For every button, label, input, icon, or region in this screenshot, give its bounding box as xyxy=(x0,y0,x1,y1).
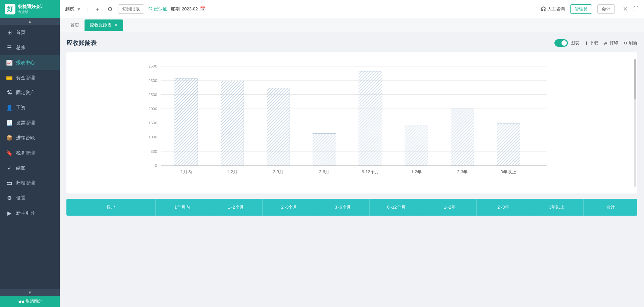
company-selector[interactable]: 测试 ▼ xyxy=(65,6,81,12)
nav-label-funds: 资金管理 xyxy=(16,75,35,81)
sidebar-item-ledger[interactable]: ☰ 总账 xyxy=(0,40,60,55)
settings-btn[interactable]: ⚙ xyxy=(106,4,114,14)
content-area: 应收账龄表 图表 ⬇ 下载 🖨 打印 ↻ 刷新 xyxy=(60,32,644,307)
bar-1-2month xyxy=(221,81,244,165)
svg-text:1000: 1000 xyxy=(149,135,157,139)
tab-home[interactable]: 首页 xyxy=(65,19,85,31)
th-1-2year: 1~2年 xyxy=(423,199,477,216)
period-text-label: 账期 xyxy=(171,6,180,12)
nav-label-closing: 结账 xyxy=(16,165,25,171)
print-btn[interactable]: 🖨 打印 xyxy=(604,40,618,46)
nav-label-invoice: 发票管理 xyxy=(16,120,35,126)
window-expand-btn[interactable]: ⛶ xyxy=(633,6,639,12)
chart-scrollbar-thumb[interactable] xyxy=(634,59,636,99)
sidebar-item-guide[interactable]: ▶ 新手引导 xyxy=(0,206,60,221)
nav-label-home: 首页 xyxy=(16,30,25,36)
help-btn[interactable]: 🎧 人工咨询 xyxy=(541,6,565,12)
download-btn[interactable]: ⬇ 下载 xyxy=(585,40,598,46)
sidebar-item-inventory[interactable]: 📦 进销台账 xyxy=(0,130,60,145)
nav-label-settings: 设置 xyxy=(16,195,25,201)
home-icon: ⊞ xyxy=(6,29,13,36)
role-btn[interactable]: 会计 xyxy=(597,4,615,14)
window-close-btn[interactable]: ✕ xyxy=(623,5,628,13)
svg-text:2500: 2500 xyxy=(149,92,157,97)
table-container: 客户 1个月内 1~2个月 2~3个月 3~6个月 6~12个月 1~2年 2~… xyxy=(66,199,637,216)
sidebar-item-funds[interactable]: 💳 资金管理 xyxy=(0,70,60,85)
svg-text:2-3年: 2-3年 xyxy=(457,170,468,174)
nav-label-guide: 新手引导 xyxy=(16,210,35,216)
print-label: 打印 xyxy=(609,40,618,46)
refresh-label: 刷新 xyxy=(629,40,637,46)
chart-container: 2500 2500 2500 2000 1500 1000 500 0 1月内 xyxy=(66,52,637,193)
chart-scrollbar[interactable] xyxy=(634,59,636,187)
svg-text:2-3月: 2-3月 xyxy=(273,170,283,174)
sidebar-scroll-down[interactable]: ▼ xyxy=(0,289,60,296)
sidebar-item-archive[interactable]: 🗃 归档管理 xyxy=(0,176,60,190)
bar-chart: 2500 2500 2500 2000 1500 1000 500 0 1月内 xyxy=(73,59,631,187)
old-version-btn[interactable]: 切到旧版 xyxy=(118,4,144,14)
sidebar-item-salary[interactable]: 👤 工资 xyxy=(0,100,60,115)
sidebar-item-closing[interactable]: ✓ 结账 xyxy=(0,161,60,176)
headset-icon: 🎧 xyxy=(541,6,546,11)
sidebar-item-settings[interactable]: ⚙ 设置 xyxy=(0,190,60,206)
svg-text:2500: 2500 xyxy=(149,64,157,68)
company-name: 测试 xyxy=(65,6,74,12)
tab-ar-aging[interactable]: 应收账龄表 ✕ xyxy=(85,19,123,31)
sidebar-item-invoice[interactable]: 🧾 发票管理 xyxy=(0,115,60,130)
sidebar-scroll-up[interactable]: ▲ xyxy=(0,18,60,25)
svg-text:2500: 2500 xyxy=(149,78,157,83)
toggle-label: 图表 xyxy=(571,40,579,46)
nav-label-assets: 固定资产 xyxy=(16,90,35,96)
period-value: 2023-02 xyxy=(182,6,198,11)
th-2-3month: 2~3个月 xyxy=(263,199,316,216)
divider1: | xyxy=(87,6,88,12)
bar-3-6month xyxy=(313,134,336,166)
nav-label-inventory: 进销台账 xyxy=(16,135,35,141)
calendar-icon[interactable]: 📅 xyxy=(200,6,205,11)
svg-text:1-2月: 1-2月 xyxy=(227,170,237,174)
add-company-btn[interactable]: ＋ xyxy=(93,4,102,14)
tab-home-label: 首页 xyxy=(70,22,79,28)
th-6-12month: 6~12个月 xyxy=(370,199,423,216)
settings-icon: ⚙ xyxy=(6,195,13,201)
topbar-right: 🎧 人工咨询 管理员 会计 ✕ ⛶ xyxy=(541,4,639,14)
verified-badge: 🛡 已认证 xyxy=(148,6,167,12)
tab-close-btn[interactable]: ✕ xyxy=(114,23,118,28)
th-total: 合计 xyxy=(584,199,637,216)
bar-1-2year xyxy=(405,126,428,165)
pin-icon: ◀◀ xyxy=(18,299,24,304)
th-1-2month: 1~2个月 xyxy=(209,199,263,216)
svg-text:1月内: 1月内 xyxy=(180,170,192,174)
logo-subtitle: 专业版 xyxy=(18,10,44,14)
sidebar: 好 畅捷通好会计 专业版 ▲ ⊞ 首页 ☰ 总账 📈 报表中心 💳 资金管理 🏗… xyxy=(0,0,60,307)
table-header: 客户 1个月内 1~2个月 2~3个月 3~6个月 6~12个月 1~2年 2~… xyxy=(66,199,637,216)
logo-title: 畅捷通好会计 xyxy=(18,4,44,10)
manager-btn[interactable]: 管理员 xyxy=(570,4,592,14)
sidebar-item-tax[interactable]: 🔖 税务管理 xyxy=(0,145,60,161)
shield-icon: 🛡 xyxy=(148,6,153,11)
tax-icon: 🔖 xyxy=(6,150,13,156)
closing-icon: ✓ xyxy=(6,165,13,171)
tab-ar-label: 应收账龄表 xyxy=(90,22,112,28)
chart-toggle[interactable] xyxy=(554,39,568,47)
sidebar-item-home[interactable]: ⊞ 首页 xyxy=(0,25,60,40)
sidebar-item-reports[interactable]: 📈 报表中心 xyxy=(0,55,60,70)
invoice-icon: 🧾 xyxy=(6,120,13,126)
refresh-btn[interactable]: ↻ 刷新 xyxy=(624,40,637,46)
verified-label: 已认证 xyxy=(154,6,167,12)
page-actions: 图表 ⬇ 下载 🖨 打印 ↻ 刷新 xyxy=(554,39,637,47)
inventory-icon: 📦 xyxy=(6,135,13,141)
archive-icon: 🗃 xyxy=(6,180,13,186)
th-1month: 1个月内 xyxy=(156,199,209,216)
nav-label-reports: 报表中心 xyxy=(16,60,35,66)
main-area: 测试 ▼ | ＋ ⚙ 切到旧版 🛡 已认证 账期 2023-02 📅 🎧 人工咨… xyxy=(60,0,644,307)
svg-text:3-6月: 3-6月 xyxy=(319,170,329,174)
svg-text:1-2年: 1-2年 xyxy=(411,170,421,174)
nav-label-archive: 归档管理 xyxy=(16,180,35,186)
salary-icon: 👤 xyxy=(6,104,13,111)
th-3-6month: 3~6个月 xyxy=(316,199,370,216)
cancel-fixed-btn[interactable]: ◀◀ 取消固定 xyxy=(0,296,60,307)
sidebar-item-assets[interactable]: 🏗 固定资产 xyxy=(0,85,60,100)
svg-text:2000: 2000 xyxy=(149,106,157,111)
guide-icon: ▶ xyxy=(6,210,13,216)
